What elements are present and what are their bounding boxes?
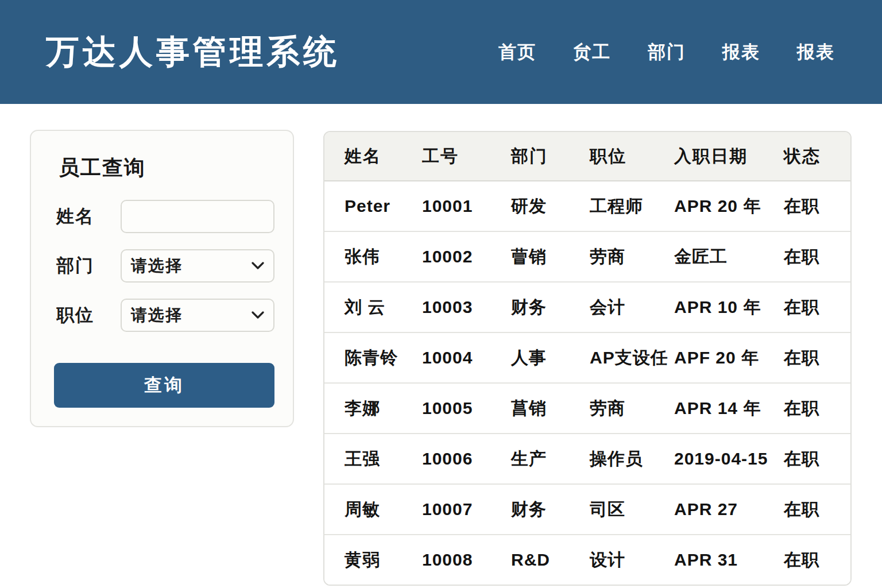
column-header: 姓名 — [345, 145, 422, 168]
query-button[interactable]: 查询 — [54, 363, 274, 408]
table-cell: 张伟 — [345, 245, 422, 269]
column-header: 部门 — [511, 145, 590, 168]
table-cell: 10004 — [422, 348, 511, 368]
table-cell: 刘 云 — [345, 296, 422, 319]
table-cell: 10007 — [422, 500, 511, 519]
table-cell: 10003 — [422, 297, 511, 317]
nav-item-4[interactable]: 报表 — [797, 40, 835, 64]
position-select[interactable]: 请选择 — [121, 299, 274, 332]
position-label: 职位 — [56, 303, 121, 327]
chevron-down-icon — [252, 311, 264, 319]
table-cell: 设计 — [590, 548, 674, 572]
app-title: 万达人事管理系统 — [46, 30, 340, 75]
table-cell: 在职 — [784, 397, 850, 420]
table-cell: 会计 — [590, 296, 674, 319]
table-cell: 王强 — [345, 447, 422, 471]
table-cell: 在职 — [784, 447, 850, 471]
table-cell: 10001 — [422, 196, 511, 216]
table-cell: 劳商 — [590, 397, 674, 420]
position-field-row: 职位 请选择 — [56, 299, 274, 332]
table-cell: APR 27 — [674, 500, 784, 519]
name-field-row: 姓名 — [56, 200, 274, 233]
table-cell: APF 20 年 — [674, 346, 784, 370]
nav-item-0[interactable]: 首页 — [498, 40, 536, 64]
table-cell: 操作员 — [590, 447, 674, 471]
table-cell: 陈青铃 — [345, 346, 422, 370]
table-cell: 在职 — [784, 548, 850, 572]
table-row: 王强10006生产操作员2019-04-15在职 — [324, 434, 850, 485]
nav-item-1[interactable]: 贠工 — [573, 40, 611, 64]
name-label: 姓名 — [56, 204, 121, 229]
table-cell: 萺销 — [511, 245, 590, 269]
table-cell: 2019-04-15 — [674, 449, 784, 469]
table-cell: 10002 — [422, 247, 511, 266]
table-row: 刘 云10003财务会计APR 10 年在职 — [324, 283, 850, 333]
table-cell: APR 31 — [674, 550, 784, 570]
employee-search-panel: 员工查询 姓名 部门 请选择 职位 请选择 查询 — [30, 130, 294, 427]
table-cell: 财务 — [511, 498, 590, 521]
table-row: 黄弱10008R&D设计APR 31在职 — [324, 535, 850, 585]
app-header: 万达人事管理系统 首页贠工部门报表报表 — [0, 0, 882, 104]
column-header: 入职日期 — [674, 145, 784, 168]
table-cell: APR 14 年 — [674, 397, 784, 420]
table-cell: 10008 — [422, 550, 511, 570]
name-input[interactable] — [121, 200, 274, 233]
table-cell: 在职 — [784, 296, 850, 319]
table-cell: 在职 — [784, 245, 850, 269]
table-cell: R&D — [511, 550, 590, 570]
table-cell: 司区 — [590, 498, 674, 521]
table-cell: 在职 — [784, 195, 850, 218]
table-cell: 周敏 — [345, 498, 422, 521]
table-cell: AP支设任 — [590, 346, 674, 370]
table-cell: 李娜 — [345, 397, 422, 420]
table-cell: 在职 — [784, 346, 850, 370]
table-cell: 人事 — [511, 346, 590, 370]
table-cell: 研发 — [511, 195, 590, 218]
table-body: Peter10001研发工程师APR 20 年在职张伟10002萺销劳商金匠工在… — [324, 181, 850, 585]
column-header: 状态 — [784, 145, 850, 168]
table-row: Peter10001研发工程师APR 20 年在职 — [324, 181, 850, 232]
table-cell: 金匠工 — [674, 245, 784, 269]
department-select[interactable]: 请选择 — [121, 249, 274, 283]
department-label: 部门 — [56, 254, 121, 278]
table-cell: 劳商 — [590, 245, 674, 269]
table-row: 李娜10005菖销劳商APR 14 年在职 — [324, 384, 850, 434]
nav-item-3[interactable]: 报表 — [722, 40, 760, 64]
table-cell: 生产 — [511, 447, 590, 471]
table-cell: 菖销 — [511, 397, 590, 420]
column-header: 职位 — [590, 145, 674, 168]
chevron-down-icon — [252, 262, 264, 270]
table-cell: 财务 — [511, 296, 590, 319]
employee-table: 姓名工号部门职位入职日期状态 Peter10001研发工程师APR 20 年在职… — [323, 131, 852, 586]
column-header: 工号 — [422, 145, 511, 168]
table-header-row: 姓名工号部门职位入职日期状态 — [324, 132, 850, 181]
nav-item-2[interactable]: 部门 — [648, 40, 686, 64]
main-nav: 首页贠工部门报表报表 — [498, 0, 835, 104]
table-cell: 工程师 — [590, 195, 674, 218]
table-row: 陈青铃10004人事AP支设任APF 20 年在职 — [324, 333, 850, 384]
department-select-value: 请选择 — [131, 255, 183, 277]
table-cell: APR 10 年 — [674, 296, 784, 319]
table-cell: APR 20 年 — [674, 195, 784, 218]
table-cell: 10006 — [422, 449, 511, 469]
search-panel-title: 员工查询 — [59, 154, 146, 182]
table-row: 周敏10007财务司区APR 27在职 — [324, 485, 850, 535]
table-cell: 10005 — [422, 399, 511, 418]
table-cell: 黄弱 — [345, 548, 422, 572]
table-cell: 在职 — [784, 498, 850, 521]
position-select-value: 请选择 — [131, 304, 183, 326]
department-field-row: 部门 请选择 — [56, 249, 274, 283]
table-row: 张伟10002萺销劳商金匠工在职 — [324, 232, 850, 283]
table-cell: Peter — [345, 196, 422, 216]
